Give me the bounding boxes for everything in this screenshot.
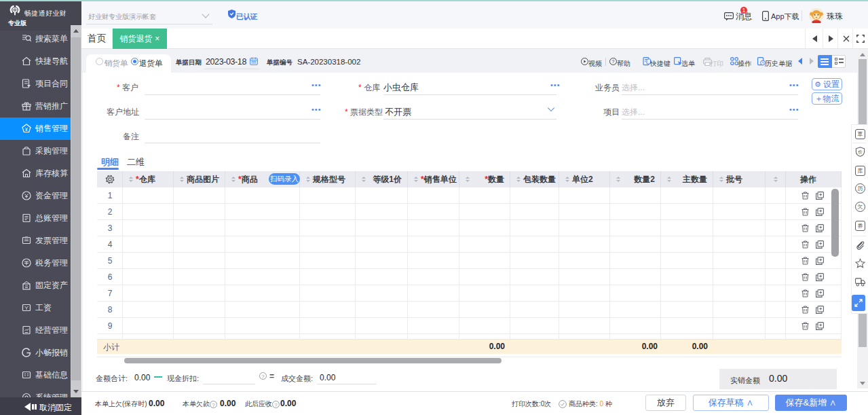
svg-text:价: 价 [857, 149, 863, 154]
svg-text:?: ? [612, 59, 615, 64]
